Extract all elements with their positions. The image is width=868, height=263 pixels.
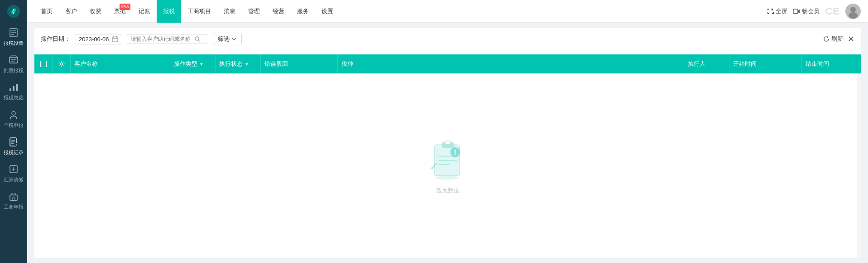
svg-line-34	[198, 40, 200, 42]
user-avatar[interactable]	[845, 4, 861, 19]
search-wrap[interactable]	[127, 34, 208, 44]
ce-badge: CE	[825, 5, 840, 17]
th-error-reason: 错误股因	[261, 54, 338, 73]
svg-rect-9	[10, 88, 11, 91]
nav-shezhi[interactable]: 设置	[315, 0, 340, 23]
sidebar-item-geshuishenbao[interactable]: 个税申报	[0, 105, 27, 132]
search-icon	[194, 36, 201, 42]
huisuanqingjiao-icon	[7, 163, 20, 175]
refresh-button[interactable]: 刷新	[823, 35, 843, 43]
sidebar-label-baoshuizonglan: 报税总览	[4, 95, 24, 101]
sidebar-label-geshuishenbao: 个税申报	[4, 122, 24, 128]
svg-rect-10	[13, 86, 14, 91]
content: 操作日期： 2023-06-06	[27, 23, 868, 263]
baoshuishezhi-icon	[7, 26, 20, 39]
sidebar-logo	[0, 0, 27, 23]
sidebar-item-huisuanqingjiao[interactable]: 汇算清缴	[0, 159, 27, 186]
piao-badge: new	[120, 4, 130, 10]
empty-text: 暂无数据	[436, 186, 460, 195]
sidebar-label-baoshuishezhi: 报税设置	[4, 40, 24, 46]
empty-illustration	[425, 136, 470, 182]
member-btn[interactable]: 畅会员	[793, 7, 820, 15]
nav-customer[interactable]: 客户	[59, 0, 83, 23]
sidebar-label-piliangshuishui: 批量报税	[4, 68, 24, 73]
calendar-icon	[112, 36, 118, 42]
table-body: 暂无数据	[34, 73, 861, 258]
th-end-time: 结束时间	[802, 54, 861, 73]
sort-exec-status-icon: ▼	[245, 62, 249, 67]
sidebar-item-gongshangnianbaoo[interactable]: 工商年报	[0, 186, 27, 214]
th-tax-type: 税种	[338, 54, 684, 73]
svg-rect-5	[10, 57, 18, 63]
svg-rect-6	[11, 56, 16, 58]
filter-button[interactable]: 筛选	[213, 33, 242, 45]
svg-rect-24	[12, 198, 15, 200]
nav-fuwu[interactable]: 服务	[291, 0, 315, 23]
svg-point-27	[850, 7, 856, 12]
fullscreen-btn[interactable]: 全屏	[767, 7, 787, 15]
filter-bar: 操作日期： 2023-06-06	[34, 28, 861, 50]
nav-guanli[interactable]: 管理	[242, 0, 266, 23]
th-start-time: 开始时间	[729, 54, 802, 73]
piliangshuishui-icon	[7, 54, 20, 66]
sidebar-label-gongshangnianbaoo: 工商年报	[4, 204, 24, 210]
gongshangnianbaoo-icon	[7, 190, 20, 203]
video-icon	[793, 8, 800, 15]
sidebar-item-piliangshuishui[interactable]: 批量报税	[0, 50, 27, 77]
geshuishenbao-icon	[7, 108, 20, 121]
th-settings[interactable]	[53, 54, 71, 73]
svg-rect-38	[445, 141, 451, 144]
svg-point-12	[12, 112, 15, 115]
svg-rect-29	[112, 37, 118, 42]
select-all-checkbox[interactable]	[40, 61, 47, 67]
date-label: 操作日期：	[41, 35, 70, 43]
svg-point-28	[849, 12, 858, 19]
empty-state: 暂无数据	[416, 127, 480, 204]
nav-baoshui[interactable]: 报税	[157, 0, 181, 23]
nav-shoufei[interactable]: 收费	[83, 0, 108, 23]
refresh-icon	[823, 36, 830, 42]
th-name: 客户名称	[71, 54, 170, 73]
baoshuijilu-icon	[7, 136, 20, 148]
date-value: 2023-06-06	[79, 36, 109, 43]
sidebar-item-baoshuizonglan[interactable]: 报税总览	[0, 77, 27, 104]
sidebar-label-baoshuijilu: 报税记录	[4, 150, 24, 156]
refresh-label: 刷新	[831, 35, 843, 43]
svg-point-35	[60, 63, 62, 65]
th-op-type[interactable]: 操作类型 ▼	[170, 54, 216, 73]
date-picker[interactable]: 2023-06-06	[75, 34, 122, 44]
sidebar-label-huisuanqingjiao: 汇算清缴	[4, 177, 24, 183]
nav-home[interactable]: 首页	[34, 0, 59, 23]
sidebar-item-baoshuijilu[interactable]: 报税记录	[0, 132, 27, 159]
fullscreen-icon	[767, 8, 774, 15]
svg-point-44	[455, 154, 456, 155]
sidebar: 报税设置 批量报税 报税总览 个税	[0, 0, 27, 263]
nav-piao[interactable]: 票据 new	[108, 0, 132, 23]
svg-point-33	[195, 37, 199, 40]
nav-gongshang[interactable]: 工商项目	[181, 0, 217, 23]
sidebar-item-baoshuishezhi[interactable]: 报税设置	[0, 23, 27, 50]
svg-point-47	[435, 175, 458, 180]
svg-point-46	[431, 167, 433, 170]
close-button[interactable]: ✕	[848, 35, 854, 43]
nav-jizhang[interactable]: 记账	[132, 0, 157, 23]
scrollbar-track[interactable]	[857, 73, 861, 258]
th-executor: 执行人	[684, 54, 729, 73]
topnav-right: 全屏 畅会员 CE	[767, 4, 861, 19]
baoshuizonglan-icon	[7, 81, 20, 93]
th-checkbox[interactable]	[34, 54, 53, 73]
topnav-items: 首页 客户 收费 票据 new 记账 报税 工商项目 消息	[34, 0, 767, 23]
nav-jingying[interactable]: 经营	[266, 0, 291, 23]
nav-xiaoxi[interactable]: 消息	[217, 0, 242, 23]
search-input[interactable]	[131, 36, 194, 42]
filter-label: 筛选	[218, 35, 230, 43]
svg-rect-25	[793, 9, 798, 14]
chevron-down-icon	[231, 36, 237, 42]
th-exec-status[interactable]: 执行状态 ▼	[216, 54, 261, 73]
svg-rect-11	[16, 84, 18, 91]
main-area: 首页 客户 收费 票据 new 记账 报税 工商项目 消息	[27, 0, 868, 263]
settings-icon	[58, 60, 65, 68]
sort-op-type-icon: ▼	[199, 62, 204, 67]
svg-point-19	[16, 145, 17, 146]
table-container: 操作日期： 2023-06-06	[34, 28, 861, 258]
